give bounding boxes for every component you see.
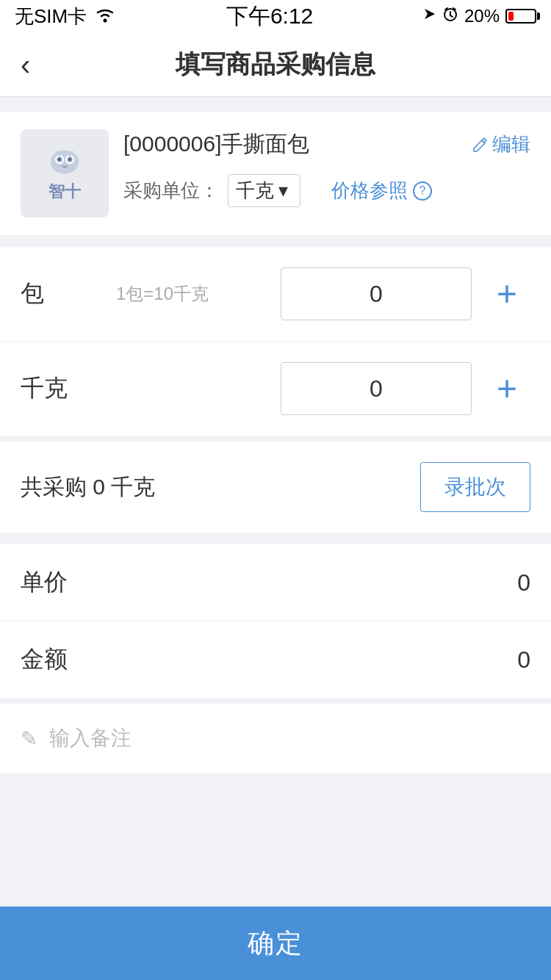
logo-text: 智十: [48, 181, 81, 203]
unit-label-1: 千克: [21, 372, 109, 405]
status-bar: 无SIM卡 下午6:12 20%: [0, 0, 551, 32]
product-image: 智十: [21, 129, 109, 217]
product-unit-row: 采购单位： 千克 ▾ 价格参照 ?: [123, 174, 530, 207]
svg-line-3: [450, 15, 453, 17]
price-ref-button[interactable]: 价格参照 ?: [331, 178, 433, 203]
svg-point-9: [58, 158, 61, 161]
product-logo: 智十: [35, 144, 94, 203]
alarm-icon: [442, 6, 458, 26]
summary-text: 共采购 0 千克: [21, 472, 155, 502]
detail-row-1: 金额 0: [0, 621, 551, 698]
unit-sublabel-0: 1包=10千克: [116, 282, 209, 306]
svg-point-4: [51, 151, 79, 174]
detail-value-0: 0: [517, 569, 530, 597]
product-card: 智十 [0000006]手撕面包 编辑 采购单位： 千克 ▾ 价格参照: [0, 112, 551, 241]
divider-1: [0, 241, 551, 247]
nav-bar: ‹ 填写商品采购信息: [0, 32, 551, 97]
notes-placeholder: 输入备注: [49, 724, 132, 752]
status-right: 20%: [423, 6, 536, 26]
quantity-row-0: 包 1包=10千克 +: [0, 247, 551, 342]
svg-text:?: ?: [419, 184, 426, 197]
carrier-label: 无SIM卡: [15, 4, 87, 29]
wifi-icon: [94, 5, 116, 28]
plus-button-1[interactable]: +: [483, 365, 530, 412]
bottom-spacer: [0, 779, 551, 926]
pencil-icon: ✎: [21, 727, 37, 751]
page-title: 填写商品采购信息: [176, 48, 375, 82]
product-name: [0000006]手撕面包: [123, 129, 309, 159]
plus-button-0[interactable]: +: [483, 270, 530, 317]
quantity-input-1[interactable]: [281, 362, 472, 415]
unit-label-0: 包: [21, 278, 109, 310]
battery-percent: 20%: [464, 6, 500, 26]
input-wrapper-1: +: [109, 362, 530, 415]
unit-label: 采购单位：: [123, 178, 219, 203]
quantity-section: 包 1包=10千克 + 千克 +: [0, 247, 551, 436]
summary-row: 共采购 0 千克 录批次: [0, 442, 551, 538]
detail-row-0: 单价 0: [0, 544, 551, 621]
detail-value-1: 0: [517, 646, 530, 674]
product-header: [0000006]手撕面包 编辑: [123, 129, 530, 159]
edit-button[interactable]: 编辑: [472, 131, 530, 157]
input-wrapper-0: +: [209, 267, 530, 320]
details-section: 单价 0 金额 0: [0, 544, 551, 698]
svg-point-10: [68, 158, 71, 161]
detail-label-1: 金额: [21, 644, 68, 676]
divider-2: [0, 538, 551, 544]
notes-section[interactable]: ✎ 输入备注: [0, 704, 551, 773]
dropdown-arrow-icon: ▾: [278, 179, 288, 202]
back-button[interactable]: ‹: [21, 50, 30, 79]
product-info: [0000006]手撕面包 编辑 采购单位： 千克 ▾ 价格参照 ?: [123, 129, 530, 207]
status-left: 无SIM卡: [15, 4, 116, 29]
battery-icon: [505, 9, 536, 24]
quantity-row-1: 千克 +: [0, 342, 551, 436]
confirm-button[interactable]: 确定: [0, 907, 551, 980]
unit-select[interactable]: 千克 ▾: [228, 174, 300, 207]
detail-label-0: 单价: [21, 566, 68, 599]
location-icon: [423, 6, 436, 26]
status-time: 下午6:12: [226, 1, 313, 32]
svg-point-0: [104, 18, 107, 22]
batch-button[interactable]: 录批次: [420, 462, 530, 512]
quantity-input-0[interactable]: [281, 267, 472, 320]
